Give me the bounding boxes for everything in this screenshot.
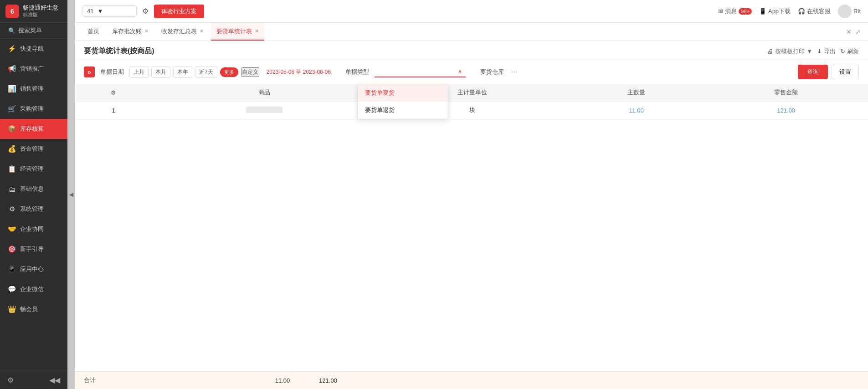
table-header-row: ⚙ 商品 主计量单位 主数量 零售金额 — [75, 84, 868, 102]
tab-label-batch: 库存批次账 — [112, 27, 142, 36]
nav-label-finance: 资金管理 — [20, 145, 44, 153]
sidebar-item-marketing[interactable]: 📢营销推广 — [0, 59, 67, 79]
dropdown-item-1[interactable]: 要货单退货 — [358, 102, 448, 119]
tab-collect[interactable]: 收发存汇总表✕ — [156, 23, 209, 41]
tab-close-collect[interactable]: ✕ — [200, 28, 204, 34]
warehouse-dots[interactable]: ··· — [511, 68, 517, 76]
tab-home[interactable]: 首页 — [82, 23, 105, 41]
sidebar-item-quicknav[interactable]: ⚡快捷导航 — [0, 39, 67, 59]
nav-label-operation: 经营管理 — [20, 165, 44, 173]
date-btn-thismonth[interactable]: 本月 — [151, 67, 170, 78]
nav-icon-operation: 📋 — [7, 164, 16, 174]
message-btn[interactable]: ✉ 消息 99+ — [718, 7, 752, 15]
settings-icon[interactable]: ⚙ — [7, 376, 14, 384]
col-goods: 商品 — [152, 84, 376, 102]
online-service-btn[interactable]: 🎧 在线客服 — [798, 7, 831, 15]
tab-batch[interactable]: 库存批次账✕ — [107, 23, 154, 41]
nav-icon-purchase: 🛒 — [7, 104, 16, 113]
search-label: 搜索菜单 — [18, 26, 42, 35]
settings-button[interactable]: 设置 — [832, 65, 859, 79]
nav-label-quicknav: 快捷导航 — [20, 45, 44, 53]
close-window-btn[interactable]: ✕ — [846, 28, 852, 36]
dropdown-item-0[interactable]: 要货单要货 — [358, 84, 448, 102]
filter-actions: 查询 设置 — [798, 65, 859, 79]
sidebar-item-system[interactable]: ⚙系统管理 — [0, 199, 67, 219]
sidebar-item-appCenter[interactable]: 📱应用中心 — [0, 259, 67, 279]
filter-expand-btn[interactable]: » — [84, 67, 95, 77]
footer-label: 合计 — [84, 376, 96, 384]
date-range: 2023-05-06 至 2023-06-06 — [267, 68, 331, 76]
date-btn-lastmonth[interactable]: 上月 — [129, 67, 149, 78]
nav-icon-appCenter: 📱 — [7, 265, 16, 274]
sidebar-item-collab[interactable]: 🤝企业协同 — [0, 219, 67, 239]
tab-order_stat[interactable]: 要货单统计表✕ — [211, 23, 264, 41]
nav-icon-quicknav: ⚡ — [7, 44, 16, 53]
sidebar-item-guide[interactable]: 🎯新手引导 — [0, 239, 67, 259]
page-actions: 🖨 按模板打印 ▼ ⬇ 导出 ↻ 刷新 — [767, 47, 859, 56]
app-download-label: App下载 — [768, 7, 791, 15]
more-badge[interactable]: 更多 — [220, 67, 238, 77]
brand-sub: 标准版 — [23, 11, 58, 18]
topbar-right: ✉ 消息 99+ 📱 App下载 🎧 在线客服 Rit — [718, 5, 861, 18]
nav-label-wechat: 企业微信 — [20, 285, 44, 293]
nav-icon-finance: 💰 — [7, 144, 16, 154]
row-qty[interactable]: 11.00 — [568, 102, 704, 119]
topbar: 41 ▼ ⚙ 体验行业方案 ✉ 消息 99+ 📱 App下载 🎧 在线客服 R — [75, 0, 868, 23]
print-btn[interactable]: 🖨 按模板打印 ▼ — [767, 47, 812, 56]
type-select[interactable]: ∧ — [375, 67, 466, 77]
sidebar-logo: 6 畅捷通好生意 标准版 — [0, 0, 67, 23]
tab-label-collect: 收发存汇总表 — [161, 27, 197, 36]
sidebar-item-vip[interactable]: 👑畅会员 — [0, 299, 67, 319]
tab-close-batch[interactable]: ✕ — [144, 28, 149, 34]
nav-icon-base: 🗂 — [7, 184, 16, 194]
sidebar-search[interactable]: 🔍 搜索菜单 — [0, 23, 67, 39]
sidebar-item-inventory[interactable]: 📦库存核算 — [0, 119, 67, 139]
page-header: 要货单统计表(按商品) 🖨 按模板打印 ▼ ⬇ 导出 ↻ 刷新 — [75, 41, 868, 60]
collapse-icon[interactable]: ◀◀ — [49, 376, 60, 384]
nav-label-vip: 畅会员 — [20, 305, 38, 313]
trial-button[interactable]: 体验行业方案 — [154, 5, 204, 18]
refresh-btn[interactable]: ↻ 刷新 — [840, 47, 859, 56]
app-download-btn[interactable]: 📱 App下载 — [759, 7, 791, 15]
type-arrow-icon: ∧ — [458, 68, 462, 75]
row-goods — [152, 102, 376, 119]
sidebar-item-purchase[interactable]: 🛒采购管理 — [0, 99, 67, 119]
col-settings[interactable]: ⚙ — [75, 84, 152, 102]
table-container: ⚙ 商品 主计量单位 主数量 零售金额 1 块 11.00 121.00 — [75, 84, 868, 371]
footer-amount: 121.00 — [305, 377, 351, 384]
tab-label-order_stat: 要货单统计表 — [216, 27, 252, 36]
message-badge: 99+ — [739, 8, 752, 15]
print-label: 按模板打印 — [775, 47, 805, 56]
date-btn-7days[interactable]: 近7天 — [195, 67, 217, 78]
print-icon: 🖨 — [767, 48, 773, 55]
expand-window-btn[interactable]: ⤢ — [855, 28, 861, 36]
type-dropdown: 要货单要货 要货单退货 — [357, 84, 448, 119]
tab-close-order_stat[interactable]: ✕ — [255, 28, 259, 34]
sidebar-collapse-handle[interactable]: ◀ — [67, 0, 75, 389]
nav-label-marketing: 营销推广 — [20, 65, 44, 73]
sidebar-item-wechat[interactable]: 💬企业微信 — [0, 279, 67, 299]
date-btn-custom[interactable]: 自定义 — [241, 67, 259, 77]
type-input[interactable] — [378, 68, 456, 75]
export-btn[interactable]: ⬇ 导出 — [817, 47, 836, 56]
sidebar-item-operation[interactable]: 📋经营管理 — [0, 159, 67, 179]
print-arrow: ▼ — [806, 48, 812, 55]
nav-icon-marketing: 📢 — [7, 64, 16, 73]
sidebar-item-sales[interactable]: 📊销售管理 — [0, 79, 67, 99]
row-amount[interactable]: 121.00 — [704, 102, 868, 119]
footer-qty: 11.00 — [260, 377, 305, 384]
topbar-settings-icon[interactable]: ⚙ — [142, 7, 149, 15]
sidebar-item-base[interactable]: 🗂基础信息 — [0, 179, 67, 199]
query-button[interactable]: 查询 — [798, 65, 828, 79]
user-avatar-btn[interactable]: Rit — [838, 5, 861, 18]
date-btn-thisyear[interactable]: 本年 — [173, 67, 192, 78]
warehouse-label: 要货仓库 — [480, 68, 504, 76]
page-title: 要货单统计表(按商品) — [84, 46, 154, 56]
sidebar-item-finance[interactable]: 💰资金管理 — [0, 139, 67, 159]
nav-label-sales: 销售管理 — [20, 85, 44, 93]
sidebar: 6 畅捷通好生意 标准版 🔍 搜索菜单 ⚡快捷导航📢营销推广📊销售管理🛒采购管理… — [0, 0, 67, 389]
nav-label-system: 系统管理 — [20, 205, 44, 213]
company-selector[interactable]: 41 ▼ — [82, 5, 137, 17]
nav-label-purchase: 采购管理 — [20, 105, 44, 113]
footer-cells: 11.00 121.00 — [105, 377, 351, 384]
